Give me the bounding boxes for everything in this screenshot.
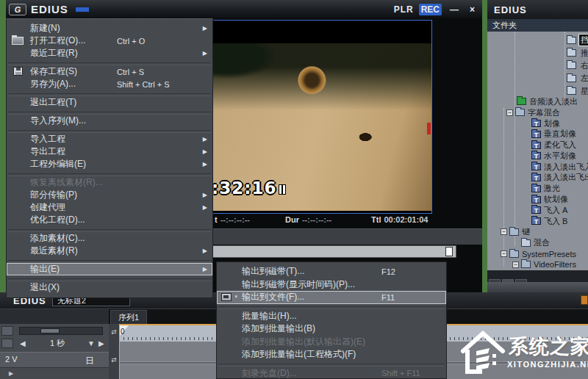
tree-item[interactable]: 柔化飞入 [487,140,588,151]
position-slider-handle[interactable] [445,247,453,256]
plr-button[interactable]: PLR [394,4,414,15]
menu-item[interactable]: 输出到磁带(显示时间码)(P)... ▶ [217,278,446,292]
menu-item[interactable]: 输出到磁带(T)... F12 ▶ [217,265,446,278]
zoom-dropdown-icon[interactable]: ▼ [87,339,95,347]
menubar-item[interactable] [142,7,155,12]
menu-item[interactable]: 打开工程(O)... Ctrl + O ▶ [7,35,212,47]
desktop-background [0,0,6,292]
patch-icon[interactable]: ⇄ [109,328,119,336]
record-mark [427,123,431,134]
track-layout-icon[interactable]: 日 [85,355,94,367]
tree-item[interactable]: 淡入淡出飞入 [487,162,588,173]
tree-item[interactable]: 右 [487,59,588,72]
collapse-icon[interactable]: − [501,250,507,257]
tree-item[interactable]: 音频淡入淡出 [487,96,588,107]
rec-button[interactable]: REC [419,4,442,15]
menu-item[interactable]: 创建代理 ▶ [7,201,212,214]
track-toggle-button[interactable] [1,326,13,336]
tree-item[interactable]: 激光 [487,183,588,194]
menu-item[interactable]: 导出工程 ▶ [7,145,212,158]
menu-item[interactable]: ▶ [8,90,211,96]
menubar-item[interactable] [76,7,89,12]
menu-item[interactable]: 优化工程(D)... ▶ [7,214,212,226]
tree-item[interactable]: 混合 [487,237,588,248]
tree-item[interactable]: 水平划像 [487,151,588,162]
tree-item[interactable]: 左 [487,72,588,84]
menu-item[interactable]: 导入工程 ▶ [7,133,212,145]
patch-icon[interactable]: ⇄ [109,356,119,364]
menu-item[interactable]: 添加到批量输出(工程格式)(F) ▶ [217,348,446,361]
menu-item[interactable]: 另存为(A)... Shift + Ctrl + S ▶ [7,78,212,90]
tree-item[interactable]: − VideoFilters [487,259,588,270]
menu-item-icon [12,190,24,199]
menu-item[interactable]: ▶ [8,59,211,65]
menu-item[interactable]: 添加到批量输出(默认输出器)(E) ▶ [217,336,446,349]
menu-item[interactable]: 部分传输(P) ▶ [7,189,212,201]
menu-item[interactable]: 恢复离线素材(R)... ▶ [7,176,212,189]
collapse-icon[interactable]: − [512,261,519,268]
menubar-item[interactable] [89,7,102,12]
menubar-item[interactable] [221,7,234,12]
tree-item[interactable]: 推 [487,46,588,59]
folder-open-icon [509,250,519,258]
menu-item[interactable]: ▶ [8,257,211,263]
tree-item[interactable]: 划像 [487,118,588,129]
menu-item[interactable]: ▶ [218,304,445,310]
menubar-item[interactable] [208,7,221,12]
menu-item[interactable]: 输出(E) ▶ [7,263,212,275]
menubar-item[interactable] [195,7,208,12]
video-track-header[interactable]: 2 V 日 [0,352,109,368]
tree-item[interactable]: 飞入 A [487,205,588,216]
tree-item[interactable]: 飞入 B [487,216,588,227]
menu-item[interactable]: 保存工程(S) Ctrl + S ▶ [7,65,212,78]
menu-item[interactable]: 刻录光盘(D)... Shift + F11 ▶ [217,367,446,379]
menubar-item[interactable] [129,7,142,12]
menu-item[interactable]: 最近素材(R) ▶ [7,245,212,257]
zoom-slider-handle[interactable] [40,328,60,333]
menu-item[interactable]: 退出(X) ▶ [7,281,212,294]
tree-item[interactable]: 软划像 [487,194,588,205]
track-toggle-button[interactable] [1,339,13,348]
tree-item[interactable]: 垂直划像 [487,129,588,140]
zoom-in-arrow-icon[interactable]: ▶ [98,339,104,347]
tree-item[interactable]: 淡入淡出飞出 [487,173,588,184]
menu-item[interactable]: 退出工程(T) ▶ [7,96,212,109]
menu-item-icon [12,203,24,212]
tree-item[interactable]: 挡 [487,34,588,46]
menu-item[interactable]: 添加素材(C)... ▶ [7,232,212,245]
menu-item[interactable]: ▶ [218,361,445,367]
menu-item-label: 工程外编辑(E) [30,158,117,170]
menu-item[interactable]: 批量输出(H)... ▶ [217,310,446,323]
expand-arrow-icon[interactable]: ▶ [9,370,13,377]
menu-item[interactable]: ▶ [8,127,211,133]
menu-item[interactable]: 新建(N) ▶ [7,22,212,35]
tree-item[interactable]: − SystemPresets [487,248,588,259]
menu-item[interactable]: ▶ [8,170,211,176]
minimize-button[interactable]: — [447,4,462,15]
zoom-value[interactable]: 1 秒 [29,338,85,349]
menu-item[interactable]: 输出到文件(F)... F11 ▶ [217,291,446,304]
close-button[interactable]: × [467,4,478,15]
tree-item[interactable]: − 字幕混合 [487,107,588,118]
tree-item[interactable]: − 键 [487,227,588,238]
collapse-icon[interactable]: − [506,109,513,116]
menubar-item[interactable] [155,7,168,12]
menubar-item[interactable] [102,7,115,12]
menu-item[interactable]: 导入序列(M)... ▶ [7,115,212,127]
menubar-item[interactable] [115,7,129,12]
menu-item[interactable]: ▶ [8,109,211,115]
menubar-item[interactable] [182,7,195,12]
title-icon [531,152,541,159]
zoom-slider[interactable] [19,327,103,335]
menu-item[interactable]: 添加到批量输出(B) ▶ [217,322,446,336]
menu-item[interactable]: 工程外编辑(E) ▶ [7,158,212,170]
menu-item-icon [12,246,24,255]
menu-item[interactable]: ▶ [8,226,211,232]
menubar-item[interactable] [168,7,182,12]
collapse-icon[interactable]: − [501,228,507,235]
effects-tool-icon[interactable] [581,295,588,305]
menu-item[interactable]: 最近工程(R) ▶ [7,47,212,59]
sequence-tab[interactable]: 序列1 [110,310,147,325]
menu-item[interactable]: ▶ [8,275,211,281]
zoom-out-arrow-icon[interactable]: ◀ [20,339,26,347]
